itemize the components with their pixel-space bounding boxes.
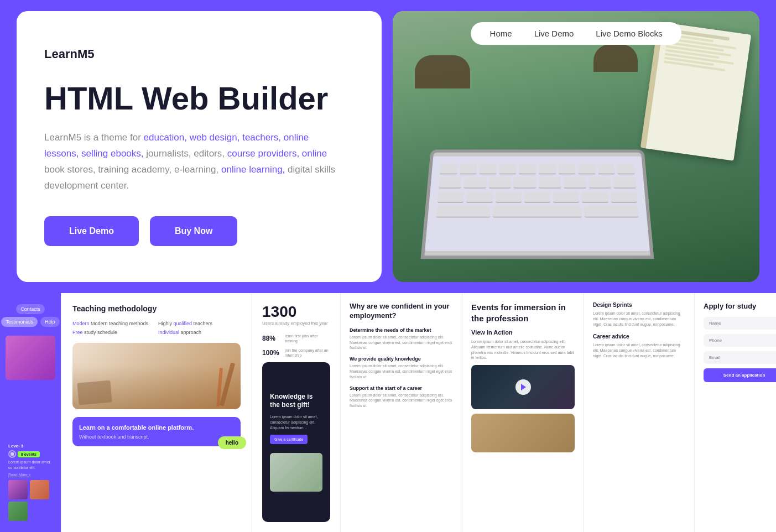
- sidebar-image-thumb: [6, 336, 55, 380]
- live-demo-button[interactable]: Live Demo: [44, 216, 139, 246]
- hero-description: LearnM5 is a theme for education, web de…: [44, 130, 343, 194]
- video-thumbnail[interactable]: [471, 365, 575, 409]
- method-4: Individual approach: [158, 330, 241, 335]
- stats-label: Users already employed this year: [262, 321, 330, 326]
- sprints-title: Design Sprints: [593, 302, 685, 308]
- knowledge-title: Knowledge is the best gift!: [270, 393, 322, 410]
- stat-pct-1: 88%: [262, 335, 282, 342]
- stat-desc-2: join the company after an internship: [285, 348, 330, 358]
- events-panel: Events for immersion in the profession V…: [462, 293, 584, 532]
- hero-title: HTML Web Builder: [44, 81, 354, 116]
- stat-pct-2: 100%: [262, 349, 282, 357]
- nav-home[interactable]: Home: [490, 29, 512, 38]
- nav-bar: Home Live Demo Live Demo Blocks: [471, 22, 682, 45]
- nav-live-demo[interactable]: Live Demo: [534, 29, 574, 38]
- sidebar-preview: Contacts Testimonials Help Level 3 8 eve…: [0, 293, 61, 532]
- teaching-panel: Teaching methodology Modern Modern teach…: [61, 293, 252, 532]
- reason-2: We provide quality knowledge Lorem ipsum…: [350, 356, 453, 379]
- read-more-link[interactable]: Read More >: [8, 473, 53, 477]
- apply-title: Apply for study: [704, 302, 776, 310]
- edit-icon: [8, 450, 16, 458]
- reason-1: Determine the needs of the market Lorem …: [350, 327, 453, 351]
- play-icon: [521, 384, 526, 390]
- stats-number: 1300: [262, 303, 330, 321]
- bottom-image-thumb: [471, 414, 575, 452]
- hello-badge: hello: [218, 436, 246, 449]
- laptop-mini-thumb: [270, 453, 322, 492]
- method-1: Modern Modern teaching methods: [72, 321, 155, 326]
- promo-text: Learn on a comfortable online platform.: [79, 424, 234, 432]
- hero-buttons: Live Demo Buy Now: [44, 216, 354, 246]
- hero-card: LearnM5 HTML Web Builder LearnM5 is a th…: [17, 11, 382, 282]
- sidebar-level: Level 3: [8, 444, 53, 448]
- methodology-grid: Modern Modern teaching methods Highly qu…: [72, 321, 241, 335]
- nav-live-demo-blocks[interactable]: Live Demo Blocks: [596, 29, 662, 38]
- confidence-title: Why are we confident in your employment?: [350, 302, 453, 321]
- certificate-button[interactable]: Give a certificate: [270, 435, 308, 444]
- name-field[interactable]: [704, 317, 776, 330]
- stats-panel: 1300 Users already employed this year 88…: [252, 293, 340, 532]
- sidebar-tab-testimonials[interactable]: Testimonials: [1, 317, 38, 327]
- sprints-panel: Design Sprints Lorem ipsum dolor sit ame…: [584, 293, 694, 532]
- apply-submit-button[interactable]: Send an application: [704, 368, 776, 382]
- reason-3: Support at the start of a career Lorem i…: [350, 385, 453, 409]
- sprints-desc: Lorem ipsum dolor sit amet, consectetur …: [593, 311, 685, 327]
- promo-sub: Without textbook and transcript.: [79, 434, 234, 440]
- hero-image: Home Live Demo Live Demo Blocks: [393, 11, 759, 282]
- confidence-panel: Why are we confident in your employment?…: [340, 293, 462, 532]
- career-desc: Lorem ipsum dolor sit amet, consectetur …: [593, 342, 685, 358]
- email-field[interactable]: [704, 351, 776, 364]
- stat-row-1: 88% learn first jobs after training: [262, 333, 330, 343]
- career-title: Career advice: [593, 333, 685, 340]
- play-button[interactable]: [515, 379, 531, 395]
- events-title: Events for immersion in the profession: [471, 302, 575, 324]
- stat-row-2: 100% join the company after an internshi…: [262, 348, 330, 358]
- buy-now-button[interactable]: Buy Now: [150, 216, 237, 246]
- teaching-image: [72, 343, 241, 409]
- teaching-title: Teaching methodology: [72, 304, 241, 313]
- view-label: View in Action: [471, 329, 575, 336]
- sidebar-lorem: Lorem ipsum dolor amet consectetur elit.: [8, 460, 53, 471]
- preview-section: Contacts Testimonials Help Level 3 8 eve…: [0, 293, 776, 532]
- view-in-action: View in Action Lorem ipsum dolor sit ame…: [471, 329, 575, 409]
- method-3: Free study schedule: [72, 330, 155, 335]
- view-desc: Lorem ipsum dolor sit amet, consectetur …: [471, 339, 575, 361]
- knowledge-card: Knowledge is the best gift! Lorem ipsum …: [262, 362, 330, 522]
- phone-field[interactable]: [704, 334, 776, 347]
- knowledge-sub: Lorem ipsum dolor sit amet, consectetur …: [270, 414, 322, 430]
- method-2: Highly qualified teachers: [158, 321, 241, 326]
- events-badge: 8 events: [18, 451, 40, 457]
- sidebar-tab-contacts[interactable]: Contacts: [16, 304, 45, 314]
- apply-panel: Apply for study Send an application: [694, 293, 776, 532]
- sidebar-tab-help[interactable]: Help: [40, 317, 60, 327]
- brand-logo: LearnM5: [44, 47, 354, 61]
- stat-desc-1: learn first jobs after training: [285, 333, 330, 343]
- laptop-scene: [393, 11, 759, 282]
- bottom-promo-card: Learn on a comfortable online platform. …: [72, 417, 241, 446]
